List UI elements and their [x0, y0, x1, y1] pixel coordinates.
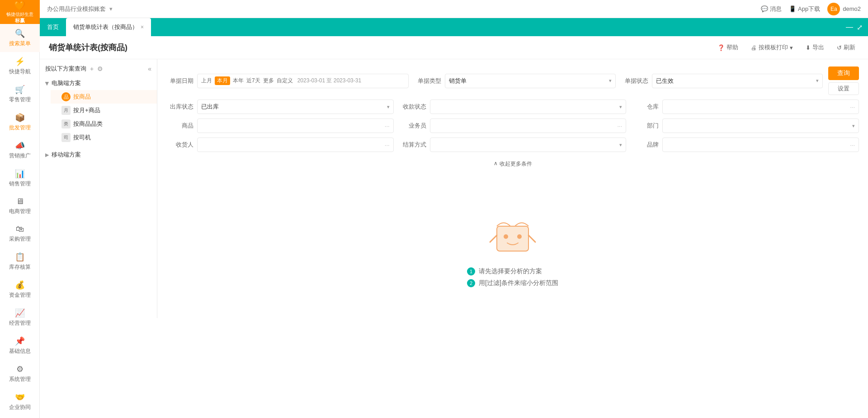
warehouse-status-label: 出库状态 — [166, 103, 193, 111]
department-select[interactable]: ▾ — [662, 119, 859, 133]
sidebar-item-wholesale[interactable]: 📦 批发管理 — [0, 108, 40, 136]
page-actions: ❓ 帮助 🖨 按模板打印 ▾ ⬇ 导出 ↺ 刷新 — [714, 42, 859, 53]
tab-close-button[interactable]: × — [141, 24, 144, 30]
date-tab-more[interactable]: 更多 — [263, 77, 274, 85]
operations-icon: 📈 — [15, 308, 25, 318]
warehouse-select[interactable]: ··· — [662, 100, 859, 114]
sidebar-item-search[interactable]: 🔍 搜索菜单 — [0, 24, 40, 52]
collapse-filters-button[interactable]: ∧ 收起更多条件 — [166, 157, 859, 171]
brand-dots: ··· — [850, 142, 855, 148]
date-tab-7days[interactable]: 近7天 — [246, 77, 260, 85]
tab-home[interactable]: 首页 — [40, 18, 66, 36]
tab-sales-stats[interactable]: 销货单统计表（按商品） × — [66, 18, 151, 36]
mobile-group-label: 移动端方案 — [52, 151, 81, 159]
payment-status-select[interactable]: ▾ — [430, 100, 627, 114]
date-tab-prev-month[interactable]: 上月 — [201, 77, 212, 85]
panel-collapse-button[interactable]: « — [148, 65, 151, 72]
goods-select[interactable]: ··· — [197, 119, 394, 133]
filter-salesman-cell: 业务员 ··· — [399, 119, 627, 133]
warehouse-status-chevron: ▾ — [387, 104, 390, 110]
sidebar-quick-label: 快捷导航 — [9, 68, 31, 76]
sales-icon: 📊 — [15, 169, 25, 179]
sidebar-item-basic[interactable]: 📌 基础信息 — [0, 332, 40, 360]
goods-icon: 品 — [61, 92, 71, 101]
tree-item-month-goods-label: 按月+商品 — [73, 106, 100, 114]
left-panel: 按以下方案查询 + ⚙ « ▶ 电脑端方案 品 按商品 — [40, 59, 157, 318]
driver-icon: 司 — [61, 133, 71, 142]
warehouse-status-select[interactable]: 已出库 ▾ — [197, 100, 394, 114]
tree-item-month-goods[interactable]: 月 按月+商品 — [51, 104, 157, 117]
system-icon: ⚙ — [16, 364, 24, 374]
export-button[interactable]: ⬇ 导出 — [802, 42, 828, 53]
doc-status-select[interactable]: 已生效 ▾ — [652, 74, 823, 88]
tree-item-driver-label: 按司机 — [73, 133, 91, 142]
sidebar-marketing-label: 营销推广 — [9, 152, 31, 160]
filter-warehouse-cell: 仓库 ··· — [632, 100, 859, 114]
brand-label: 品牌 — [632, 141, 659, 149]
logo-brand: 标赢 — [15, 17, 25, 24]
sidebar-item-marketing[interactable]: 📣 营销推广 — [0, 136, 40, 164]
empty-illustration — [486, 206, 540, 260]
panel-settings-button[interactable]: ⚙ — [97, 65, 103, 72]
print-button[interactable]: 🖨 按模板打印 ▾ — [747, 42, 797, 53]
receiver-select[interactable]: ··· — [197, 138, 394, 152]
sidebar-item-quick[interactable]: ⚡ 快捷导航 — [0, 52, 40, 80]
date-tab-this-month[interactable]: 本月 — [215, 76, 230, 85]
sidebar-item-purchase[interactable]: 🛍 采购管理 — [0, 220, 40, 247]
sidebar-ecommerce-label: 电商管理 — [9, 208, 31, 215]
brand-select[interactable]: ··· — [662, 138, 859, 152]
sidebar-item-enterprise[interactable]: 🤝 企业协同 — [0, 388, 40, 416]
user-info[interactable]: Ea demo2 — [827, 3, 861, 15]
goods-dots: ··· — [385, 123, 390, 129]
svg-rect-0 — [497, 226, 528, 251]
sidebar-item-finance[interactable]: 💰 资金管理 — [0, 276, 40, 304]
print-dropdown-icon: ▾ — [790, 44, 793, 51]
sidebar-item-inventory[interactable]: 📋 库存核算 — [0, 247, 40, 276]
industry-dropdown-icon[interactable]: ▾ — [109, 5, 113, 12]
mobile-group-header[interactable]: ▶ 移动端方案 — [40, 148, 157, 162]
help-label: 帮助 — [726, 43, 738, 52]
collapse-up-icon: ∧ — [494, 160, 498, 168]
sidebar-item-system[interactable]: ⚙ 系统管理 — [0, 360, 40, 388]
doc-type-select[interactable]: 销货单 ▾ — [445, 74, 616, 88]
sidebar-item-ecommerce[interactable]: 🖥 电商管理 — [0, 192, 40, 220]
step2-text: 用[过滤]条件来缩小分析范围 — [479, 279, 558, 287]
sidebar-inventory-label: 库存核算 — [9, 263, 31, 271]
app-download-button[interactable]: 📱 App下载 — [789, 5, 820, 13]
filter-date-cell: 单据日期 上月 本月 本年 近7天 更多 自定义 2023-03-01 至 20… — [166, 74, 409, 88]
tab-maximize-button[interactable]: ⤢ — [857, 23, 863, 32]
sidebar-item-sales[interactable]: 📊 销售管理 — [0, 164, 40, 192]
home-label: 首页 — [47, 23, 59, 31]
help-button[interactable]: ❓ 帮助 — [714, 42, 742, 53]
empty-svg — [486, 206, 540, 260]
tree-item-category[interactable]: 类 按商品品类 — [51, 117, 157, 131]
sidebar-item-operations[interactable]: 📈 经营管理 — [0, 304, 40, 332]
sidebar-wholesale-label: 批发管理 — [9, 124, 31, 132]
tree-item-driver[interactable]: 司 按司机 — [51, 131, 157, 144]
filter-row-2: 出库状态 已出库 ▾ 收款状态 ▾ — [166, 100, 859, 114]
app-logo[interactable]: 🧡 畅捷信好生意 标赢 — [0, 0, 40, 24]
doc-type-chevron: ▾ — [609, 78, 612, 84]
collapse-label: 收起更多条件 — [500, 160, 532, 168]
payment-status-label: 收款状态 — [399, 103, 426, 111]
date-filter-input[interactable]: 上月 本月 本年 近7天 更多 自定义 2023-03-01 至 2023-03… — [197, 74, 409, 88]
tab-minimize-button[interactable]: — — [846, 23, 853, 31]
date-tab-this-year[interactable]: 本年 — [233, 77, 244, 85]
tree-item-by-goods[interactable]: 品 按商品 — [51, 90, 157, 104]
desktop-group-header[interactable]: ▶ 电脑端方案 — [40, 76, 157, 90]
department-label: 部门 — [632, 122, 659, 130]
sidebar-system-label: 系统管理 — [9, 375, 31, 383]
main-area: 办公用品行业模拟账套 ▾ 💬 消息 📱 App下载 Ea demo2 首页 销货… — [40, 0, 868, 418]
settlement-select[interactable]: ▾ — [430, 138, 627, 152]
panel-add-button[interactable]: + — [90, 65, 94, 72]
message-button[interactable]: 💬 消息 — [761, 5, 782, 13]
top-bar: 办公用品行业模拟账套 ▾ 💬 消息 📱 App下载 Ea demo2 — [40, 0, 868, 18]
filter-settlement-cell: 结算方式 ▾ — [399, 138, 627, 152]
query-button[interactable]: 查询 — [828, 66, 859, 80]
sidebar-item-newbie[interactable]: 🎓 新手引导 — [0, 416, 40, 418]
salesman-select[interactable]: ··· — [430, 119, 627, 133]
refresh-button[interactable]: ↺ 刷新 — [833, 42, 859, 53]
date-tab-custom[interactable]: 自定义 — [277, 77, 293, 85]
settings-button[interactable]: 设置 — [828, 82, 859, 95]
sidebar-item-retail[interactable]: 🛒 零售管理 — [0, 80, 40, 108]
